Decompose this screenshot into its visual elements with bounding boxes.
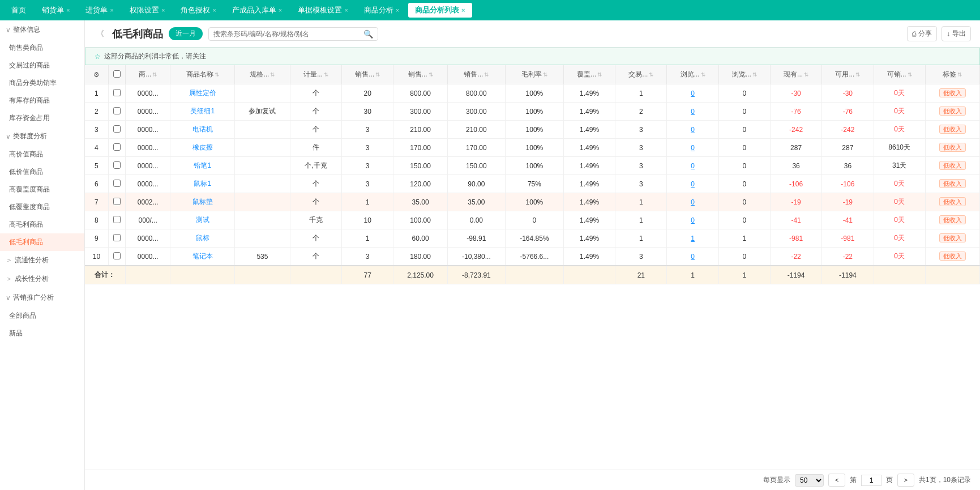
col-settings[interactable]: ⚙ (85, 65, 108, 84)
close-icon[interactable]: × (461, 7, 465, 14)
col-sales-qty[interactable]: 销售...⇅ (342, 65, 393, 84)
col-sales-price[interactable]: 销售...⇅ (393, 65, 448, 84)
row-name[interactable]: 属性定价 (170, 84, 235, 103)
row-name[interactable]: 测试 (170, 211, 235, 229)
nav-template-settings[interactable]: 单据模板设置× (291, 3, 354, 18)
row-select-checkbox[interactable] (113, 125, 121, 133)
col-current-stock[interactable]: 现有...⇅ (770, 65, 821, 84)
row-select-checkbox[interactable] (113, 180, 121, 187)
share-button[interactable]: ⎙ 分享 (907, 26, 937, 41)
nav-role-auth[interactable]: 角色授权× (174, 3, 222, 18)
col-saleable[interactable]: 可销...⇅ (874, 65, 925, 84)
collapse-sidebar-button[interactable]: 《 (94, 29, 106, 39)
row-name[interactable]: 鼠标1 (170, 175, 235, 193)
close-icon[interactable]: × (161, 7, 165, 14)
nav-product-analysis[interactable]: 商品分析× (357, 3, 406, 18)
sidebar-item-low-margin[interactable]: 低毛利商品 (0, 233, 84, 251)
sidebar-item-low-coverage[interactable]: 低覆盖度商品 (0, 198, 84, 216)
col-spec[interactable]: 规格...⇅ (235, 65, 290, 84)
nav-permission-settings[interactable]: 权限设置× (123, 3, 172, 18)
col-gross-margin[interactable]: 毛利率⇅ (505, 65, 563, 84)
row-select-checkbox[interactable] (113, 216, 121, 223)
close-icon[interactable]: × (66, 7, 70, 14)
col-select-all[interactable] (108, 65, 125, 84)
close-icon[interactable]: × (396, 7, 399, 14)
sidebar-item-low-value[interactable]: 低价值商品 (0, 163, 84, 181)
row-checkbox[interactable] (108, 175, 125, 193)
sidebar-group-overall[interactable]: ∨ 整体信息 (0, 20, 84, 39)
row-view1[interactable]: 0 (667, 103, 718, 121)
sidebar-group-marketing[interactable]: ∨ 营销推广分析 (0, 288, 84, 307)
col-code[interactable]: 商...⇅ (125, 65, 170, 84)
close-icon[interactable]: × (344, 7, 348, 14)
sidebar-item-stocked-products[interactable]: 有库存的商品 (0, 92, 84, 109)
sidebar-item-new-products[interactable]: 新品 (0, 325, 84, 342)
row-view1[interactable]: 1 (667, 229, 718, 248)
row-checkbox[interactable] (108, 121, 125, 139)
col-sales-amount[interactable]: 销售...⇅ (447, 65, 505, 84)
select-all-checkbox[interactable] (113, 70, 121, 78)
col-available[interactable]: 可用...⇅ (822, 65, 874, 84)
row-checkbox[interactable] (108, 193, 125, 211)
date-filter-button[interactable]: 近一月 (169, 27, 203, 40)
next-page-button[interactable]: ＞ (897, 474, 914, 487)
per-page-select[interactable]: 50 100 (795, 474, 824, 487)
sidebar-group-growth[interactable]: ＞ 成长性分析 (0, 270, 84, 288)
row-view1[interactable]: 0 (667, 193, 718, 211)
col-tag[interactable]: 标签⇅ (925, 65, 979, 84)
col-name[interactable]: 商品名称⇅ (170, 65, 235, 84)
row-name[interactable]: 吴细细1 (170, 103, 235, 121)
nav-purchase-order[interactable]: 进货单× (79, 3, 120, 18)
search-input[interactable] (213, 30, 363, 38)
row-name[interactable]: 鼠标垫 (170, 193, 235, 211)
sidebar-item-category-sales-rate[interactable]: 商品分类助销率 (0, 74, 84, 92)
row-checkbox[interactable] (108, 103, 125, 121)
close-icon[interactable]: × (110, 7, 113, 14)
nav-sales-order[interactable]: 销货单× (35, 3, 76, 18)
nav-product-analysis-list[interactable]: 商品分析列表× (408, 3, 472, 18)
row-select-checkbox[interactable] (113, 107, 121, 114)
row-view1[interactable]: 0 (667, 175, 718, 193)
col-coverage[interactable]: 覆盖...⇅ (563, 65, 615, 84)
prev-page-button[interactable]: ＜ (828, 474, 845, 487)
row-view1[interactable]: 0 (667, 121, 718, 139)
row-name[interactable]: 橡皮擦 (170, 139, 235, 157)
sidebar-item-stock-capital[interactable]: 库存资金占用 (0, 109, 84, 127)
row-view1[interactable]: 0 (667, 139, 718, 157)
row-name[interactable]: 鼠标 (170, 229, 235, 248)
search-icon[interactable]: 🔍 (363, 29, 373, 39)
row-view1[interactable]: 0 (667, 248, 718, 266)
row-view1[interactable]: 0 (667, 157, 718, 175)
row-name[interactable]: 笔记本 (170, 248, 235, 266)
sidebar-group-flow[interactable]: ＞ 流通性分析 (0, 251, 84, 270)
nav-product-entry[interactable]: 产成品入库单× (225, 3, 289, 18)
sidebar-item-sales-products[interactable]: 销售类商品 (0, 39, 84, 57)
row-select-checkbox[interactable] (113, 143, 121, 151)
row-checkbox[interactable] (108, 211, 125, 229)
row-name[interactable]: 电话机 (170, 121, 235, 139)
row-checkbox[interactable] (108, 248, 125, 266)
sidebar-item-high-coverage[interactable]: 高覆盖度商品 (0, 181, 84, 198)
row-view1[interactable]: 0 (667, 211, 718, 229)
col-view2[interactable]: 浏览...⇅ (718, 65, 770, 84)
sidebar-group-cluster[interactable]: ∨ 类群度分析 (0, 127, 84, 146)
export-button[interactable]: ↓ 导出 (942, 26, 971, 41)
row-select-checkbox[interactable] (113, 198, 121, 205)
sidebar-item-high-value[interactable]: 高价值商品 (0, 146, 84, 163)
col-view1[interactable]: 浏览...⇅ (667, 65, 718, 84)
col-transaction[interactable]: 交易...⇅ (615, 65, 667, 84)
row-view1[interactable]: 0 (667, 84, 718, 103)
page-number-input[interactable] (861, 475, 881, 486)
sidebar-item-traded-products[interactable]: 交易过的商品 (0, 57, 84, 74)
close-icon[interactable]: × (212, 7, 216, 14)
sidebar-item-high-margin[interactable]: 高毛利商品 (0, 216, 84, 233)
sidebar-item-all-products[interactable]: 全部商品 (0, 307, 84, 325)
nav-home[interactable]: 首页 (5, 3, 33, 18)
row-select-checkbox[interactable] (113, 89, 121, 96)
row-checkbox[interactable] (108, 84, 125, 103)
row-checkbox[interactable] (108, 157, 125, 175)
col-unit[interactable]: 计量...⇅ (290, 65, 341, 84)
row-select-checkbox[interactable] (113, 252, 121, 259)
close-icon[interactable]: × (279, 7, 282, 14)
row-checkbox[interactable] (108, 229, 125, 248)
